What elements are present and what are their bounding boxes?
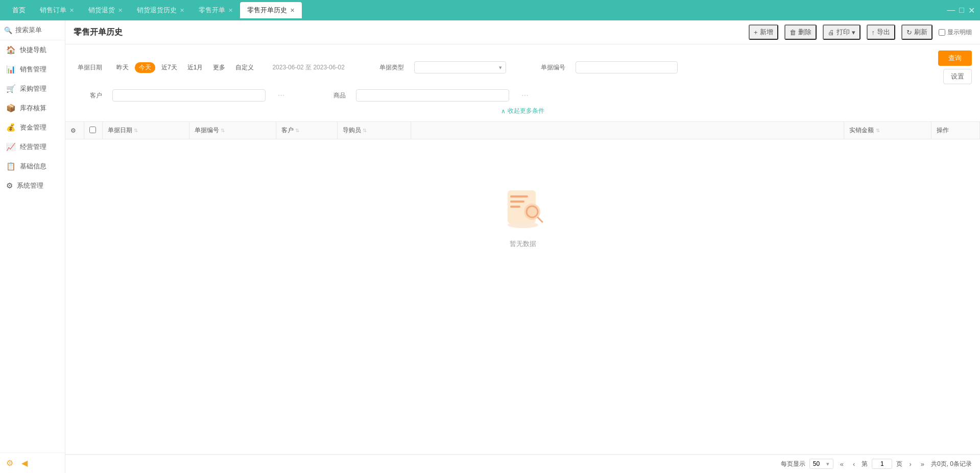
per-page-select[interactable]: 10 20 50 100 xyxy=(809,459,833,469)
tab-retail-open-close[interactable]: ✕ xyxy=(228,7,233,14)
tab-home[interactable]: 首页 xyxy=(5,2,33,18)
system-icon: ⚙ xyxy=(6,181,13,190)
page-summary: 共0页, 0条记录 xyxy=(931,460,972,468)
tab-home-label: 首页 xyxy=(12,6,26,15)
select-all-checkbox[interactable] xyxy=(89,127,96,133)
goods-dots[interactable]: ··· xyxy=(519,91,530,100)
tab-sales-return-history-label: 销货退货历史 xyxy=(137,6,177,15)
date-btn-7days[interactable]: 近7天 xyxy=(157,62,181,73)
date-btn-custom[interactable]: 自定义 xyxy=(231,62,258,73)
th-guide-label: 导购员 xyxy=(343,127,361,134)
add-button[interactable]: + 新增 xyxy=(749,24,778,40)
sidebar-search[interactable]: 🔍 搜索菜单 xyxy=(0,20,65,40)
search-icon: 🔍 xyxy=(4,27,12,34)
tab-sales-return-history[interactable]: 销货退货历史 ✕ xyxy=(130,2,192,18)
sidebar-item-finance[interactable]: 💰 资金管理 xyxy=(0,118,65,137)
display-detail-checkbox[interactable] xyxy=(939,29,945,36)
tab-retail-history[interactable]: 零售开单历史 ✕ xyxy=(240,2,302,18)
customer-input[interactable] xyxy=(112,89,266,102)
goods-input[interactable] xyxy=(356,89,509,102)
footer-settings-btn[interactable]: ⚙ xyxy=(6,458,13,468)
sidebar: 🔍 搜索菜单 🏠 快捷导航 📊 销售管理 🛒 采购管理 📦 库存核算 💰 资金管… xyxy=(0,20,65,473)
per-page-label: 每页显示 xyxy=(781,460,805,468)
date-btn-today[interactable]: 今天 xyxy=(135,62,155,73)
tab-sales-order-close[interactable]: ✕ xyxy=(69,7,74,14)
display-detail-label[interactable]: 显示明细 xyxy=(939,28,972,37)
display-detail-text: 显示明细 xyxy=(947,28,972,37)
sort-date-icon[interactable]: ⇅ xyxy=(134,128,138,133)
th-amount[interactable]: 实销金额 ⇅ xyxy=(844,122,931,139)
content-area: 零售开单历史 + 新增 🗑 删除 🖨 打印 ▾ ↑ 导出 xyxy=(65,20,980,473)
delete-button[interactable]: 🗑 删除 xyxy=(784,24,817,40)
footer-collapse-btn[interactable]: ◀ xyxy=(21,458,28,468)
th-order-no[interactable]: 单据编号 ⇅ xyxy=(189,122,276,139)
sort-amount-icon[interactable]: ⇅ xyxy=(876,128,880,133)
order-type-select-wrapper xyxy=(414,61,506,73)
th-date[interactable]: 单据日期 ⇅ xyxy=(102,122,189,139)
date-btn-1month[interactable]: 近1月 xyxy=(183,62,207,73)
sidebar-item-purchase-mgmt[interactable]: 🛒 采购管理 xyxy=(0,79,65,98)
page-title: 零售开单历史 xyxy=(74,27,123,38)
query-setting-col: 查询 设置 xyxy=(938,51,972,84)
query-button[interactable]: 查询 xyxy=(938,51,972,66)
next-page-btn[interactable]: › xyxy=(906,459,914,469)
goods-label: 商品 xyxy=(317,91,346,100)
sidebar-item-base-info[interactable]: 📋 基础信息 xyxy=(0,157,65,176)
sidebar-item-quick-nav[interactable]: 🏠 快捷导航 xyxy=(0,40,65,60)
close-btn[interactable]: ✕ xyxy=(968,6,975,15)
empty-icon xyxy=(497,180,548,231)
print-label: 打印 xyxy=(836,28,850,37)
order-no-input[interactable] xyxy=(576,61,678,73)
th-customer-label: 客户 xyxy=(281,127,294,134)
first-page-btn[interactable]: « xyxy=(838,459,846,469)
th-guide[interactable]: 导购员 ⇅ xyxy=(337,122,411,139)
th-customer[interactable]: 客户 ⇅ xyxy=(276,122,337,139)
operations-icon: 📈 xyxy=(6,142,16,152)
collapse-button[interactable]: ∧ 收起更多条件 xyxy=(501,107,544,115)
inventory-icon: 📦 xyxy=(6,104,16,113)
tab-sales-return-history-close[interactable]: ✕ xyxy=(180,7,184,14)
setting-button[interactable]: 设置 xyxy=(943,69,972,84)
tab-retail-history-close[interactable]: ✕ xyxy=(290,7,295,14)
tab-sales-order[interactable]: 销售订单 ✕ xyxy=(33,2,81,18)
main-layout: 🔍 搜索菜单 🏠 快捷导航 📊 销售管理 🛒 采购管理 📦 库存核算 💰 资金管… xyxy=(0,20,980,473)
customer-dots[interactable]: ··· xyxy=(276,91,286,100)
last-page-btn[interactable]: » xyxy=(918,459,927,469)
maximize-btn[interactable]: □ xyxy=(959,6,964,15)
sort-order-no-icon[interactable]: ⇅ xyxy=(221,128,225,133)
tab-retail-open[interactable]: 零售开单 ✕ xyxy=(192,2,240,18)
prev-page-btn[interactable]: ‹ xyxy=(850,459,857,469)
delete-label: 删除 xyxy=(798,28,811,37)
tab-retail-history-label: 零售开单历史 xyxy=(247,6,287,15)
quick-nav-icon: 🏠 xyxy=(6,45,16,55)
svg-rect-2 xyxy=(510,195,528,197)
tab-sales-return-close[interactable]: ✕ xyxy=(118,7,123,14)
tab-sales-return[interactable]: 销货退货 ✕ xyxy=(81,2,130,18)
export-label: 导出 xyxy=(877,28,890,37)
table-header-row: ⚙ 单据日期 ⇅ 单据编号 ⇅ xyxy=(65,122,980,139)
th-settings[interactable]: ⚙ xyxy=(65,122,84,139)
date-btn-yesterday[interactable]: 昨天 xyxy=(112,62,133,73)
settings-icon[interactable]: ⚙ xyxy=(70,127,76,134)
th-checkbox[interactable] xyxy=(84,122,102,139)
refresh-button[interactable]: ↻ 刷新 xyxy=(901,24,933,40)
minimize-btn[interactable]: — xyxy=(947,6,955,15)
page-number-input[interactable] xyxy=(872,459,892,469)
date-filter-buttons: 昨天 今天 近7天 近1月 更多 自定义 xyxy=(112,62,258,73)
export-button[interactable]: ↑ 导出 xyxy=(867,24,896,40)
sidebar-item-system[interactable]: ⚙ 系统管理 xyxy=(0,176,65,195)
tab-retail-open-label: 零售开单 xyxy=(199,6,225,15)
sort-guide-icon[interactable]: ⇅ xyxy=(363,128,367,133)
print-dropdown-icon: ▾ xyxy=(852,29,855,36)
print-button[interactable]: 🖨 打印 ▾ xyxy=(823,24,861,40)
filter-area: 单据日期 昨天 今天 近7天 近1月 更多 自定义 2023-06-02 至 2… xyxy=(65,44,980,122)
th-action-label: 操作 xyxy=(937,127,949,134)
sidebar-item-sales-mgmt[interactable]: 📊 销售管理 xyxy=(0,60,65,79)
base-info-icon: 📋 xyxy=(6,162,16,171)
customer-label: 客户 xyxy=(74,91,102,100)
sidebar-item-operations[interactable]: 📈 经营管理 xyxy=(0,137,65,157)
order-type-select[interactable] xyxy=(414,61,506,73)
date-btn-more[interactable]: 更多 xyxy=(209,62,229,73)
sidebar-item-inventory[interactable]: 📦 库存核算 xyxy=(0,98,65,118)
sort-customer-icon[interactable]: ⇅ xyxy=(295,128,299,133)
